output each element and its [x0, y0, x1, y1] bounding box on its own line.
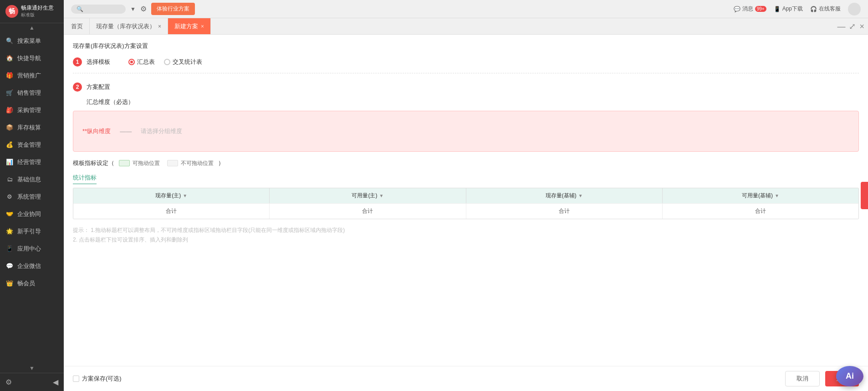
col-header-1-chevron: ▼	[379, 193, 383, 198]
tab-minimize-icon[interactable]: —	[837, 22, 845, 31]
topbar-search-box[interactable]: 🔍	[71, 5, 126, 14]
step1-num: 1	[73, 57, 82, 67]
radio-summary[interactable]: 汇总表	[128, 58, 155, 66]
col-cell-0-0: 合计	[73, 204, 270, 219]
trial-button[interactable]: 体验行业方案	[151, 3, 195, 15]
draggable-box	[119, 160, 130, 166]
mobile-icon: 📱	[5, 245, 14, 253]
step2-num: 2	[73, 82, 82, 92]
online-support-button[interactable]: 🎧 在线客服	[810, 5, 841, 13]
sidebar-item-newbie[interactable]: 🌟 新手引导	[0, 223, 64, 240]
sidebar-scroll-up[interactable]: ▲	[0, 23, 64, 32]
sidebar-item-wechat[interactable]: 💬 企业微信	[0, 257, 64, 275]
dropdown-arrow[interactable]: ▼	[130, 6, 136, 12]
sidebar-item-marketing[interactable]: 🎁 营销推广	[0, 67, 64, 84]
dimension-area[interactable]: **纵向维度 —— 请选择分组维度	[73, 111, 859, 152]
message-icon: 💬	[734, 6, 740, 12]
sidebar-item-basic[interactable]: 🗂 基础信息	[0, 171, 64, 188]
sidebar-item-coop[interactable]: 🤝 企业协同	[0, 206, 64, 223]
crown-icon: 👑	[5, 279, 14, 288]
radio-crosstab-circle[interactable]	[164, 59, 170, 65]
radio-crosstab[interactable]: 交叉统计表	[164, 58, 202, 66]
sidebar-item-label: 库存核算	[17, 123, 41, 132]
tab-new-plan[interactable]: 新建方案 ×	[168, 18, 211, 34]
sidebar-item-label: 畅会员	[17, 279, 35, 288]
topbar-left: 🔍 ▼ ⚙ 体验行业方案	[71, 3, 195, 15]
sidebar-search-label: 搜索菜单	[17, 37, 41, 45]
app-name-block: 畅康通好生意 标准版	[21, 5, 54, 18]
topbar-right: 💬 消息 99+ 📱 App下载 🎧 在线客服	[734, 3, 861, 15]
sidebar-item-label: 基础信息	[17, 175, 41, 184]
save-label: 方案保存(可选)	[82, 375, 122, 383]
messages-badge: 99+	[755, 6, 766, 12]
col-header-3-chevron: ▼	[775, 193, 779, 198]
right-panel-toggle[interactable]	[861, 182, 868, 209]
summary-dimension-label: 汇总维度（必选）	[87, 98, 859, 106]
step2-header: 2 方案配置	[73, 82, 859, 92]
vertical-dimension-label: **纵向维度	[82, 127, 111, 135]
stats-table-row-0: 合计 合计 合计 合计	[73, 203, 858, 219]
search-icon-small: 🔍	[77, 6, 83, 12]
tab-actions: — ⤢ ×	[837, 22, 868, 31]
gear-icon: ⚙	[5, 193, 14, 201]
save-checkbox[interactable]	[73, 376, 79, 382]
app-name: 畅康通好生意	[21, 5, 54, 12]
hint-section: 提示： 1.拖动标题栏可以调整布局，不可跨维度或指标区域拖动栏目字段(只能在同一…	[73, 226, 859, 244]
sidebar-item-label: 系统管理	[17, 193, 41, 201]
sidebar: 畅 畅康通好生意 标准版 ▲ 🔍 搜索菜单 🏠 快捷导航 🎁 营销推广 🛒 销售…	[0, 0, 64, 391]
user-avatar[interactable]	[848, 3, 861, 15]
col-header-3[interactable]: 可用量(基辅) ▼	[663, 188, 858, 203]
step1-title: 选择模板	[87, 58, 110, 66]
sidebar-item-label: 资金管理	[17, 141, 41, 149]
sidebar-scroll-down[interactable]: ▼	[0, 364, 64, 373]
tab-close-icon[interactable]: ×	[859, 22, 864, 31]
ai-bubble[interactable]: Ai	[836, 366, 863, 386]
stats-table: 现存量(主) ▼ 可用量(主) ▼ 现存量(基辅) ▼	[73, 188, 859, 219]
tab-expand-icon[interactable]: ⤢	[849, 22, 856, 31]
bottom-bar: 方案保存(可选) 取消 查询	[64, 366, 868, 391]
col-cell-0-3: 合计	[663, 204, 858, 219]
sidebar-item-appcenter[interactable]: 📱 应用中心	[0, 240, 64, 257]
radio-crosstab-label: 交叉统计表	[173, 58, 202, 66]
app-download-label: App下载	[782, 5, 803, 13]
sidebar-item-search[interactable]: 🔍 搜索菜单	[0, 32, 64, 50]
radio-summary-circle[interactable]	[128, 59, 135, 65]
search-icon: 🔍	[5, 37, 14, 45]
sidebar-nav: 🏠 快捷导航 🎁 营销推广 🛒 销售管理 🎒 采购管理 📦 库存核算 💰 资金管…	[0, 50, 64, 364]
legend-fixed: 不可拖动位置	[167, 159, 214, 167]
sidebar-item-finance[interactable]: 💰 资金管理	[0, 136, 64, 154]
cancel-button[interactable]: 取消	[785, 371, 820, 386]
sidebar-item-system[interactable]: ⚙ 系统管理	[0, 188, 64, 206]
sidebar-item-business[interactable]: 📊 经营管理	[0, 154, 64, 171]
tab-inventory[interactable]: 现存量（库存状况表） ×	[90, 18, 168, 34]
tab-inventory-close[interactable]: ×	[158, 23, 161, 30]
page-title: 现存量(库存状况表)方案设置	[73, 42, 859, 50]
sidebar-item-sales[interactable]: 🛒 销售管理	[0, 84, 64, 102]
col-header-3-label: 可用量(基辅)	[742, 192, 773, 200]
sidebar-item-member[interactable]: 👑 畅会员	[0, 275, 64, 292]
sidebar-item-purchase[interactable]: 🎒 采购管理	[0, 102, 64, 119]
col-header-0[interactable]: 现存量(主) ▼	[73, 188, 270, 203]
sidebar-item-quicknav[interactable]: 🏠 快捷导航	[0, 50, 64, 67]
money-icon: 💰	[5, 141, 14, 149]
step2-title: 方案配置	[87, 83, 110, 91]
col-header-2[interactable]: 现存量(基辅) ▼	[466, 188, 663, 203]
sidebar-item-inventory[interactable]: 📦 库存核算	[0, 119, 64, 136]
step1: 1 选择模板 汇总表 交叉统计表	[73, 57, 859, 73]
dimension-placeholder: 请选择分组维度	[141, 127, 182, 135]
tab-home[interactable]: 首页	[64, 18, 90, 34]
settings-icon[interactable]: ⚙	[5, 378, 12, 386]
col-header-0-label: 现存量(主)	[155, 192, 181, 200]
topbar-gear-icon[interactable]: ⚙	[140, 5, 147, 13]
messages-button[interactable]: 💬 消息 99+	[734, 5, 766, 13]
star-icon: 🌟	[5, 227, 14, 236]
fixed-box	[167, 160, 178, 166]
collapse-icon[interactable]: ◀	[53, 378, 58, 386]
tab-home-label: 首页	[71, 22, 83, 31]
col-header-1[interactable]: 可用量(主) ▼	[270, 188, 466, 203]
chat-icon: 💬	[5, 262, 14, 270]
sidebar-item-label: 营销推广	[17, 72, 41, 80]
messages-label: 消息	[742, 5, 753, 13]
tab-new-plan-close[interactable]: ×	[201, 23, 204, 30]
app-download-button[interactable]: 📱 App下载	[774, 5, 803, 13]
